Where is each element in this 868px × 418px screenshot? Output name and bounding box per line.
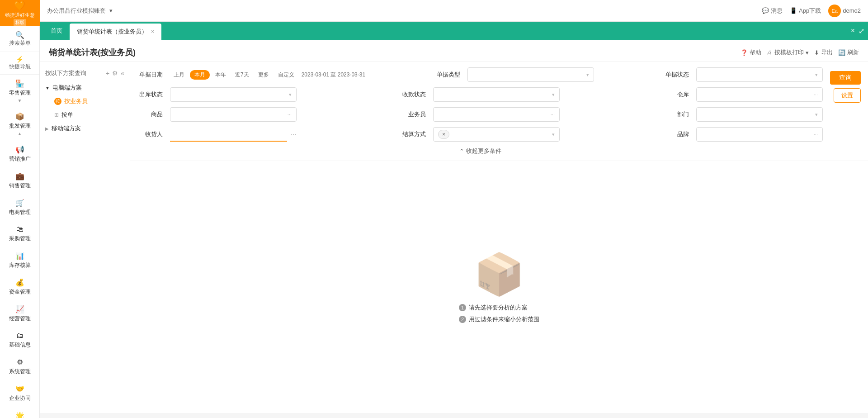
brand-select[interactable]: ··· <box>696 127 823 142</box>
message-label: 消息 <box>771 7 783 15</box>
message-btn[interactable]: 💬 消息 <box>762 7 783 15</box>
dept-arrow: ▾ <box>815 112 818 118</box>
tab-home[interactable]: 首页 <box>43 22 70 40</box>
receiver-input[interactable] <box>170 127 287 142</box>
print-btn[interactable]: 🖨 按模板打印 ▾ <box>767 48 809 57</box>
scheme-by-order[interactable]: ⊞ 按单 <box>40 108 130 122</box>
receive-status-arrow: ▾ <box>552 92 555 98</box>
out-status-label: 出库状态 <box>137 90 163 99</box>
settings-scheme-btn[interactable]: ⚙ <box>112 70 118 77</box>
sidebar-item-retail[interactable]: 🏪 零售管理 ▼ <box>0 75 39 108</box>
query-btn[interactable]: 查询 <box>830 71 861 85</box>
goods-label: 商品 <box>137 110 163 119</box>
status-arrow: ▾ <box>815 72 818 78</box>
breadcrumb-text: 办公用品行业模拟账套 <box>47 7 106 15</box>
sidebar-item-operation[interactable]: 📈 经营管理 <box>0 300 39 327</box>
add-scheme-btn[interactable]: + <box>106 70 109 77</box>
collapse-btn[interactable]: ⌃ 收起更多条件 <box>137 147 823 155</box>
ecom-label: 电商管理 <box>9 209 31 216</box>
sidebar-shortcut[interactable]: ⚡ 快捷导航 <box>0 52 39 75</box>
sidebar-item-basic[interactable]: 🗂 基础信息 <box>0 327 39 353</box>
scheme-by-salesman[interactable]: 按 按业务员 <box>40 95 130 108</box>
export-icon: ⬇ <box>814 49 819 56</box>
warehouse-select[interactable]: ··· <box>696 87 823 102</box>
topbar-right: 💬 消息 📱 App下载 Ea demo2 <box>762 5 861 17</box>
sales-icon: 💼 <box>15 172 24 180</box>
left-panel-header: 按以下方案查询 + ⚙ « <box>40 66 130 81</box>
window-close-btn[interactable]: × <box>851 27 855 35</box>
help-icon: ❓ <box>741 49 748 56</box>
date-btn-custom[interactable]: 自定义 <box>274 70 298 80</box>
tab-active[interactable]: 销货单统计表（按业务员） × <box>70 24 161 40</box>
out-status-select[interactable]: ▾ <box>170 87 297 102</box>
sidebar-item-ecom[interactable]: 🛒 电商管理 <box>0 194 39 221</box>
settlement-tag-close[interactable]: × <box>442 131 445 138</box>
sidebar-item-enterprise[interactable]: 🤝 企业协同 <box>0 380 39 407</box>
sidebar-item-sales[interactable]: 💼 销售管理 <box>0 167 39 194</box>
export-btn[interactable]: ⬇ 导出 <box>814 48 833 57</box>
print-label: 按模板打印 <box>774 48 804 57</box>
left-panel: 按以下方案查询 + ⚙ « ▼ 电脑端方案 <box>40 62 130 413</box>
sidebar-item-purchase[interactable]: 🛍 采购管理 <box>0 221 39 247</box>
page-actions: ❓ 帮助 🖨 按模板打印 ▾ ⬇ 导出 🔄 <box>741 48 859 57</box>
sidebar-item-system[interactable]: ⚙ 系统管理 <box>0 353 39 380</box>
logo-icon: 🧡 <box>14 0 25 11</box>
date-btns: 上月 本月 本年 近7天 更多 自定义 2023-03-01 至 2023-03… <box>170 70 365 80</box>
sidebar-logo: 🧡 畅捷通好生意 标版 <box>0 0 40 26</box>
collapse-scheme-btn[interactable]: « <box>121 70 124 77</box>
sales-label: 销售管理 <box>9 182 31 190</box>
tab-close-btn[interactable]: × <box>151 28 154 35</box>
tab-active-label: 销货单统计表（按业务员） <box>77 28 147 36</box>
system-icon: ⚙ <box>17 358 23 366</box>
sidebar-search[interactable]: 🔍 搜索菜单 <box>0 26 39 52</box>
enterprise-icon: 🤝 <box>15 385 24 393</box>
salesman-select[interactable]: ··· <box>433 107 560 122</box>
out-status-arrow: ▾ <box>289 92 292 98</box>
app-download-btn[interactable]: 📱 App下载 <box>790 7 821 15</box>
filter-row-2: 出库状态 ▾ 收款状态 <box>137 87 823 102</box>
goods-select[interactable]: ··· <box>170 107 297 122</box>
scheme-mobile[interactable]: ▶ 移动端方案 <box>40 122 130 135</box>
inventory-icon: 📊 <box>15 252 24 260</box>
date-btn-7days[interactable]: 近7天 <box>231 70 253 80</box>
operation-label: 经营管理 <box>9 315 31 323</box>
sidebar: 🧡 畅捷通好生意 标版 🔍 搜索菜单 ⚡ 快捷导航 🏪 零售管理 ▼ 📦 批发管… <box>0 0 40 418</box>
receiver-dots[interactable]: ··· <box>291 130 297 138</box>
type-select[interactable]: ▾ <box>467 67 594 82</box>
basic-label: 基础信息 <box>9 341 31 349</box>
collapse-icon: ⌃ <box>459 148 464 155</box>
settlement-tag: × <box>438 130 449 139</box>
dept-select[interactable]: ▾ <box>696 107 823 122</box>
sidebar-item-newuser[interactable]: 🌟 新手引导 <box>0 407 39 418</box>
refresh-btn[interactable]: 🔄 刷新 <box>838 48 859 57</box>
right-panel: 单据日期 上月 本月 本年 近7天 更多 自定义 <box>130 62 868 413</box>
date-btn-more[interactable]: 更多 <box>255 70 273 80</box>
date-label: 单据日期 <box>137 71 163 79</box>
date-btn-last-month[interactable]: 上月 <box>170 70 188 80</box>
date-btn-this-month[interactable]: 本月 <box>190 70 210 80</box>
scheme-pc[interactable]: ▼ 电脑端方案 <box>40 81 130 95</box>
help-btn[interactable]: ❓ 帮助 <box>741 48 761 57</box>
settlement-select[interactable]: × ▾ <box>433 127 560 142</box>
refresh-icon: 🔄 <box>838 49 845 56</box>
sidebar-item-finance[interactable]: 💰 资金管理 <box>0 274 39 300</box>
type-arrow: ▾ <box>586 72 589 78</box>
filter-row-4: 收货人 ··· 结算方式 <box>137 127 823 142</box>
export-label: 导出 <box>821 48 833 57</box>
ecom-icon: 🛒 <box>15 199 24 207</box>
date-btn-this-year[interactable]: 本年 <box>212 70 230 80</box>
sidebar-item-marketing[interactable]: 📢 营销推广 <box>0 141 39 167</box>
purchase-icon: 🛍 <box>16 225 24 233</box>
status-select[interactable]: ▾ <box>696 67 823 82</box>
window-maximize-btn[interactable]: ⤢ <box>859 27 864 35</box>
receive-status-select[interactable]: ▾ <box>433 87 560 102</box>
wholesale-icon: 📦 <box>15 112 24 121</box>
page-title: 销货单统计表(按业务员) <box>49 47 136 58</box>
user-menu[interactable]: Ea demo2 <box>828 5 861 17</box>
step-2-text: 用过滤条件来缩小分析范围 <box>469 315 539 323</box>
status-label: 单据状态 <box>664 71 689 79</box>
sidebar-item-inventory[interactable]: 📊 库存核算 <box>0 247 39 274</box>
settings-btn[interactable]: 设置 <box>834 88 861 103</box>
salesman-scheme-icon: 按 <box>54 98 61 105</box>
sidebar-item-wholesale[interactable]: 📦 批发管理 ▲ <box>0 108 39 141</box>
